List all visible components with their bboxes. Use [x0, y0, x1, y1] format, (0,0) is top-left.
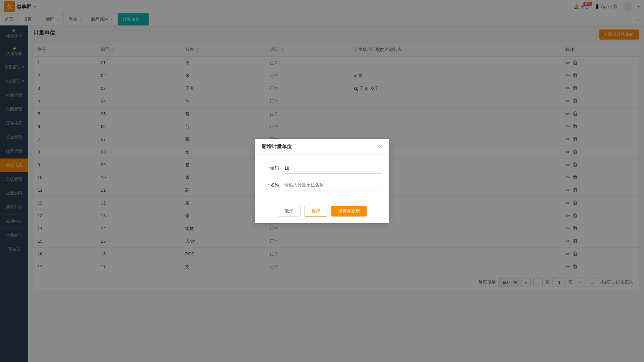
code-input[interactable] — [282, 163, 382, 174]
save-button[interactable]: 保存 — [305, 206, 327, 217]
form-row-name: *名称 — [262, 180, 382, 190]
name-label: *名称 — [262, 182, 282, 188]
required-mark2: * — [268, 182, 270, 187]
code-label: *编码 — [262, 165, 282, 171]
required-mark: * — [268, 166, 270, 171]
add-measure-unit-modal: 新增计量单位 × *编码 *名称 取消 保存 保存并新增 — [255, 139, 389, 223]
modal-close-button[interactable]: × — [379, 144, 382, 150]
modal-header: 新增计量单位 × — [255, 139, 389, 155]
modal-overlay[interactable]: 新增计量单位 × *编码 *名称 取消 保存 保存并新增 — [0, 0, 644, 362]
modal-title: 新增计量单位 — [262, 143, 292, 150]
modal-footer: 取消 保存 保存并新增 — [255, 202, 389, 223]
form-row-code: *编码 — [262, 163, 382, 174]
save-and-new-button[interactable]: 保存并新增 — [331, 206, 367, 217]
name-input[interactable] — [282, 180, 382, 190]
cancel-button[interactable]: 取消 — [278, 206, 301, 217]
modal-body: *编码 *名称 — [255, 155, 389, 202]
